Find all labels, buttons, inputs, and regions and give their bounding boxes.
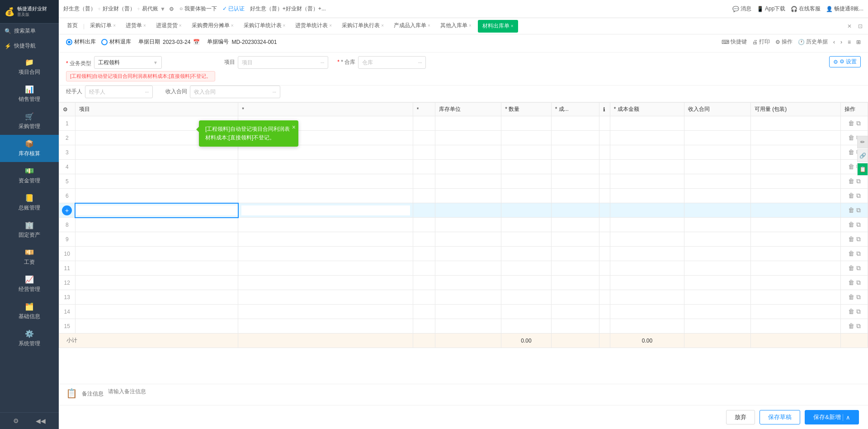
right-tool-link-btn[interactable]: 🔗 <box>857 149 868 162</box>
nav-order-execution[interactable]: 采购订单执行表 × <box>337 18 388 34</box>
sidebar-item-project[interactable]: 📁 项目合同 <box>0 53 59 81</box>
right-tool-edit-btn[interactable]: ✏ <box>857 136 868 148</box>
operation-btn[interactable]: ⚙ 操作 <box>775 38 793 46</box>
save-new-btn[interactable]: 保存&新增 ∧ <box>805 410 859 424</box>
search-menu-item[interactable]: 🔍 搜索菜单 <box>0 24 59 38</box>
nav-material-outbound[interactable]: 材料出库单 × <box>478 20 518 33</box>
shortcut-btn[interactable]: ⌨ 快捷键 <box>722 38 747 46</box>
nav-inbound[interactable]: 进货单 × <box>121 18 151 34</box>
delete-row-btn[interactable]: 🗑 <box>848 235 854 243</box>
nav-finished-goods[interactable]: 产成品入库单 × <box>389 18 435 34</box>
copy-row-btn[interactable]: ⧉ <box>856 221 861 228</box>
radio-material-outbound[interactable]: 材料出库 <box>66 38 96 46</box>
history-btn[interactable]: 🕐 历史单据 <box>798 38 828 46</box>
sidebar-item-payroll[interactable]: 💴 工资 <box>0 243 59 271</box>
nav-inbound-stats[interactable]: 进货单统计表 × <box>291 18 336 34</box>
delete-row-btn[interactable]: 🗑 <box>848 293 854 300</box>
sidebar-item-sales[interactable]: 📊 销售管理 <box>0 81 59 108</box>
close-icon[interactable]: × <box>381 23 384 28</box>
copy-row-btn[interactable]: ⧉ <box>856 235 861 243</box>
experience-btn[interactable]: ○ 我要体验一下 <box>179 5 217 13</box>
calendar-icon[interactable]: 📅 <box>193 39 200 45</box>
prev-btn[interactable]: ‹ <box>833 38 835 46</box>
close-icon[interactable]: × <box>511 24 514 29</box>
sidebar-settings-btn[interactable]: ⚙ <box>13 417 19 424</box>
copy-row-btn[interactable]: ⧉ <box>856 279 861 286</box>
tooltip-close-btn[interactable]: × <box>292 122 296 132</box>
delete-row-btn[interactable]: 🗑 <box>848 322 854 329</box>
delete-row-btn[interactable]: 🗑 <box>848 206 854 214</box>
copy-row-btn[interactable]: ⧉ <box>856 177 861 185</box>
grid-view-btn[interactable]: ⊞ <box>856 38 861 46</box>
close-icon[interactable]: × <box>179 23 182 28</box>
date-value[interactable]: 2023-03-24 <box>163 39 190 45</box>
close-icon[interactable]: × <box>428 23 430 28</box>
sidebar-item-finance[interactable]: 💵 资金管理 <box>0 162 59 189</box>
nav-purchase-order[interactable]: 采购订单 × <box>85 18 120 34</box>
table-settings-header[interactable]: ⚙ <box>59 103 75 116</box>
copy-row-btn[interactable]: ⧉ <box>856 206 861 214</box>
settings-gear-icon[interactable]: ⚙ <box>169 6 174 12</box>
nav-close-btn[interactable]: ✕ <box>844 23 855 29</box>
nav-purchase-expense[interactable]: 采购费用分摊单 × <box>187 18 238 34</box>
sidebar-item-ledger[interactable]: 📒 总账管理 <box>0 189 59 216</box>
delete-row-btn[interactable]: 🗑 <box>848 279 854 286</box>
sidebar-item-assets[interactable]: 🏢 固定资产 <box>0 216 59 243</box>
nav-return-goods[interactable]: 进退货货 × <box>151 18 186 34</box>
delete-row-btn[interactable]: 🗑 <box>848 308 854 315</box>
sidebar-collapse-btn[interactable]: ◀◀ <box>36 417 46 424</box>
sidebar-item-purchase[interactable]: 🛒 采购管理 <box>0 108 59 135</box>
sidebar-item-inventory[interactable]: 📦 库存核算 <box>0 135 59 162</box>
business-type-input[interactable]: 工程领料 ▼ <box>94 56 162 69</box>
close-icon[interactable]: × <box>143 23 146 28</box>
delete-row-btn[interactable]: 🗑 <box>848 148 854 156</box>
delete-row-btn[interactable]: 🗑 <box>848 192 854 199</box>
settings-btn[interactable]: ⚙ ⚙ 设置 <box>829 56 861 67</box>
close-icon[interactable]: × <box>283 23 286 28</box>
copy-row-btn[interactable]: ⧉ <box>856 308 861 315</box>
right-tool-flag-btn[interactable]: 📋 <box>857 163 868 176</box>
delete-row-btn[interactable]: 🗑 <box>848 119 854 127</box>
sidebar-item-system[interactable]: ⚙️ 系统管理 <box>0 325 59 352</box>
close-icon[interactable]: × <box>113 23 116 28</box>
notes-input[interactable] <box>108 388 861 401</box>
project-input[interactable]: 项目 ··· <box>238 56 328 69</box>
delete-row-btn[interactable]: 🗑 <box>848 134 854 141</box>
user-avatar[interactable]: 👤 畅捷通8账... <box>826 5 863 13</box>
top-dropdown-btn[interactable]: ▼ <box>160 6 165 12</box>
delete-row-btn[interactable]: 🗑 <box>848 177 854 185</box>
radio-material-return[interactable]: 材料退库 <box>101 38 131 46</box>
nav-other-inbound[interactable]: 其他入库单 × <box>436 18 476 34</box>
save-draft-btn[interactable]: 保存草稿 <box>760 410 800 424</box>
sidebar-item-business[interactable]: 📈 经营管理 <box>0 271 59 298</box>
delete-row-btn[interactable]: 🗑 <box>848 221 854 228</box>
row7-col2-input[interactable] <box>241 205 410 215</box>
next-btn[interactable]: › <box>840 38 842 46</box>
copy-row-btn[interactable]: ⧉ <box>856 250 861 257</box>
copy-row-btn[interactable]: ⧉ <box>856 192 861 199</box>
list-view-btn[interactable]: ≡ <box>848 38 851 46</box>
nav-home[interactable]: 首页 <box>62 18 82 34</box>
sidebar-item-basic[interactable]: 🗂️ 基础信息 <box>0 298 59 325</box>
notification-btn[interactable]: 💬 消息 <box>732 5 751 13</box>
close-icon[interactable]: × <box>329 23 332 28</box>
docnum-value[interactable]: MD-20230324-001 <box>231 39 277 45</box>
delete-row-btn[interactable]: 🗑 <box>848 264 854 272</box>
copy-row-btn[interactable]: ⧉ <box>856 264 861 272</box>
copy-row-btn[interactable]: ⧉ <box>856 119 861 127</box>
handler-input[interactable]: 经手人 ··· <box>85 86 153 98</box>
nav-resize-btn[interactable]: ⊡ <box>856 23 864 29</box>
income-contract-input[interactable]: 收入合同 ··· <box>190 86 280 98</box>
delete-row-btn[interactable]: 🗑 <box>848 250 854 257</box>
warehouse-input[interactable]: 仓库 ··· <box>358 56 426 69</box>
quick-nav-item[interactable]: ⚡ 快捷导航 <box>0 38 59 53</box>
copy-row-btn[interactable]: ⧉ <box>856 322 861 329</box>
print-btn[interactable]: 🖨 打印 <box>752 38 770 46</box>
save-new-dropdown-icon[interactable]: ∧ <box>843 414 850 421</box>
app-download-btn[interactable]: 📱 App下载 <box>757 5 785 13</box>
close-icon[interactable]: × <box>469 23 472 28</box>
nav-purchase-stats[interactable]: 采购订单统计表 × <box>239 18 290 34</box>
delete-row-btn[interactable]: 🗑 <box>848 163 854 170</box>
copy-row-btn[interactable]: ⧉ <box>856 293 861 300</box>
discard-btn[interactable]: 放弃 <box>726 410 755 424</box>
